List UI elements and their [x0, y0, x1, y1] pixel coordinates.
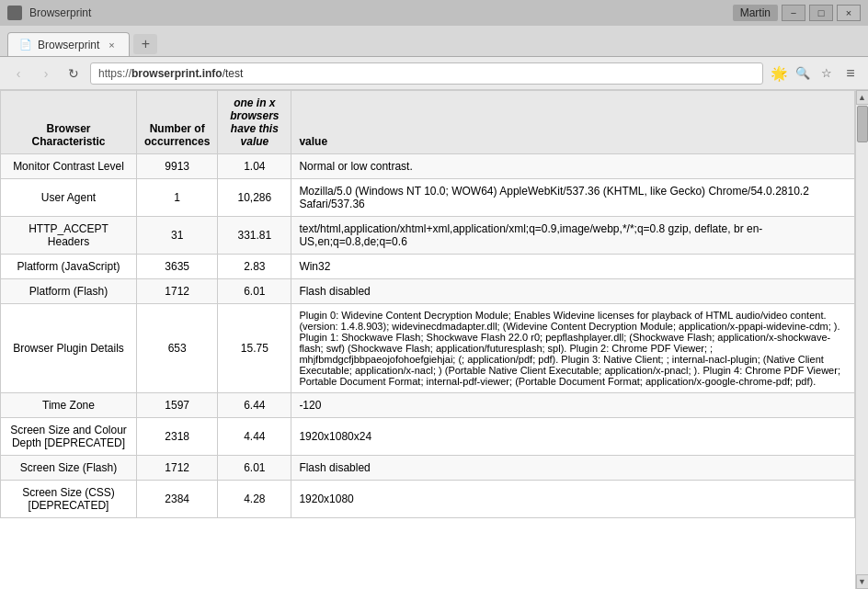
menu-icon[interactable]: ≡: [840, 63, 861, 84]
cell-characteristic: Screen Size (CSS) [DEPRECATED]: [1, 481, 137, 518]
user-name: Martin: [733, 5, 778, 21]
scroll-track[interactable]: [856, 105, 868, 574]
bookmarks-icon[interactable]: 🌟: [769, 63, 789, 84]
title-bar: Browserprint Martin − □ ×: [0, 0, 868, 26]
title-bar-left: Browserprint: [7, 6, 91, 20]
table-row: Time Zone15976.44-120: [1, 393, 855, 418]
cell-characteristic: Browser Plugin Details: [1, 304, 137, 393]
table-row: HTTP_ACCEPT Headers31331.81text/html,app…: [1, 217, 855, 255]
cell-onein: 6.01: [218, 456, 291, 481]
browser-tab[interactable]: 📄 Browserprint ×: [7, 32, 130, 56]
scroll-thumb[interactable]: [857, 106, 868, 142]
cell-value: Flash disabled: [291, 279, 855, 304]
reload-button[interactable]: ↻: [63, 62, 85, 85]
cell-occurrences: 2318: [137, 418, 218, 456]
content-wrapper: Browser Characteristic Number of occurre…: [0, 90, 868, 589]
cell-value: 1920x1080: [291, 481, 855, 518]
cell-onein: 1.04: [218, 154, 291, 179]
header-value: value: [291, 91, 855, 154]
header-characteristic: Browser Characteristic: [1, 91, 137, 154]
cell-value: Plugin 0: Widevine Content Decryption Mo…: [291, 304, 855, 393]
cell-occurrences: 1: [137, 179, 218, 217]
cell-characteristic: Screen Size and Colour Depth [DEPRECATED…: [1, 418, 137, 456]
tab-close-button[interactable]: ×: [105, 39, 118, 51]
cell-occurrences: 1712: [137, 456, 218, 481]
star-icon[interactable]: ☆: [817, 63, 837, 84]
cell-occurrences: 9913: [137, 154, 218, 179]
title-bar-right: Martin − □ ×: [733, 5, 861, 21]
cell-characteristic: Time Zone: [1, 393, 137, 418]
table-row: Platform (Flash)17126.01Flash disabled: [1, 279, 855, 304]
cell-occurrences: 31: [137, 217, 218, 255]
close-button[interactable]: ×: [837, 5, 861, 21]
table-row: Platform (JavaScript)36352.83Win32: [1, 255, 855, 279]
table-row: Screen Size and Colour Depth [DEPRECATED…: [1, 418, 855, 456]
scroll-down[interactable]: ▼: [856, 574, 869, 589]
cell-value: text/html,application/xhtml+xml,applicat…: [291, 217, 855, 255]
cell-characteristic: HTTP_ACCEPT Headers: [1, 217, 137, 255]
address-url: https://browserprint.info/test: [98, 67, 243, 80]
url-scheme: https://: [98, 67, 131, 80]
cell-value: Win32: [291, 255, 855, 279]
fingerprint-table: Browser Characteristic Number of occurre…: [0, 90, 855, 518]
nav-bar: ‹ › ↻ https://browserprint.info/test 🌟 🔍…: [0, 57, 868, 90]
cell-occurrences: 1712: [137, 279, 218, 304]
tab-icon: 📄: [19, 39, 32, 51]
main-content: Browser Characteristic Number of occurre…: [0, 90, 855, 589]
table-row: Screen Size (Flash)17126.01Flash disable…: [1, 456, 855, 481]
cell-characteristic: Platform (JavaScript): [1, 255, 137, 279]
cell-value: 1920x1080x24: [291, 418, 855, 456]
cell-onein: 331.81: [218, 217, 291, 255]
cell-onein: 2.83: [218, 255, 291, 279]
cell-occurrences: 3635: [137, 255, 218, 279]
scrollbar[interactable]: ▲ ▼: [855, 90, 868, 589]
app-icon: [7, 6, 22, 20]
table-row: Monitor Contrast Level99131.04Normal or …: [1, 154, 855, 179]
header-occurrences: Number of occurrences: [137, 91, 218, 154]
address-bar[interactable]: https://browserprint.info/test: [90, 62, 763, 85]
cell-onein: 15.75: [218, 304, 291, 393]
window-title: Browserprint: [29, 6, 91, 19]
back-button[interactable]: ‹: [7, 62, 29, 85]
cell-value: Flash disabled: [291, 456, 855, 481]
scroll-up[interactable]: ▲: [856, 90, 869, 105]
header-onein: one in x browsers have this value: [218, 91, 291, 154]
cell-onein: 6.44: [218, 393, 291, 418]
cell-characteristic: Screen Size (Flash): [1, 456, 137, 481]
cell-value: Mozilla/5.0 (Windows NT 10.0; WOW64) App…: [291, 179, 855, 217]
cell-onein: 6.01: [218, 279, 291, 304]
url-domain: browserprint.info: [131, 67, 223, 80]
cell-characteristic: Monitor Contrast Level: [1, 154, 137, 179]
table-row: Screen Size (CSS) [DEPRECATED]23844.2819…: [1, 481, 855, 518]
nav-icons: 🌟 🔍 ☆ ≡: [769, 63, 861, 84]
cell-characteristic: Platform (Flash): [1, 279, 137, 304]
table-row: User Agent110,286Mozilla/5.0 (Windows NT…: [1, 179, 855, 217]
cell-characteristic: User Agent: [1, 179, 137, 217]
tab-label: Browserprint: [38, 39, 99, 51]
cell-occurrences: 2384: [137, 481, 218, 518]
zoom-icon[interactable]: 🔍: [793, 63, 813, 84]
cell-onein: 10,286: [218, 179, 291, 217]
forward-button[interactable]: ›: [35, 62, 57, 85]
cell-occurrences: 1597: [137, 393, 218, 418]
maximize-button[interactable]: □: [809, 5, 833, 21]
cell-onein: 4.28: [218, 481, 291, 518]
cell-value: Normal or low contrast.: [291, 154, 855, 179]
new-tab-button[interactable]: +: [133, 34, 157, 54]
cell-occurrences: 653: [137, 304, 218, 393]
minimize-button[interactable]: −: [782, 5, 805, 21]
tab-bar: 📄 Browserprint × +: [0, 26, 868, 57]
cell-onein: 4.44: [218, 418, 291, 456]
cell-value: -120: [291, 393, 855, 418]
url-path: /test: [223, 67, 244, 80]
table-row: Browser Plugin Details65315.75Plugin 0: …: [1, 304, 855, 393]
